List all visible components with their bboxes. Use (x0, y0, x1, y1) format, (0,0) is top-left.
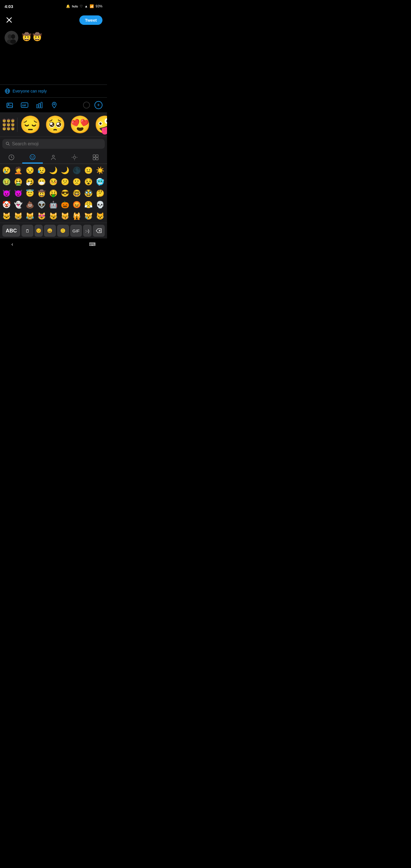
avatar (5, 31, 18, 44)
gif-icon[interactable]: GIF (20, 100, 30, 110)
add-tweet-button[interactable]: + (94, 101, 102, 109)
kaomoji-text-button[interactable]: :-) (83, 225, 92, 237)
emoji-cell[interactable]: 😸 (13, 211, 24, 222)
emoji-cell[interactable]: 🌑 (71, 165, 82, 176)
emoji-cell[interactable]: 🎃 (60, 199, 70, 210)
emoji-icon: 😊 (36, 228, 41, 233)
emoji-tab-symbols[interactable] (85, 151, 106, 164)
emoji-cell[interactable]: 💀 (95, 199, 105, 210)
emoji-search-input[interactable] (12, 141, 101, 147)
character-count-circle (83, 102, 90, 108)
bitmoji-button[interactable]: 😀 (44, 225, 56, 237)
emoji-cell[interactable]: 😽 (60, 211, 70, 222)
svg-point-19 (6, 142, 9, 145)
emoji-cell[interactable]: 😾 (95, 211, 105, 222)
nav-back-icon[interactable]: ‹ (11, 241, 13, 247)
emoji-cell[interactable]: 😐 (83, 165, 94, 176)
status-time: 4:03 (5, 4, 13, 9)
emoji-cell[interactable]: 🤓 (71, 188, 82, 199)
emoji-cell[interactable]: 🤖 (48, 199, 59, 210)
emoji-cell[interactable]: ☀️ (95, 165, 105, 176)
svg-rect-34 (96, 158, 98, 160)
emoji-cell[interactable]: 🤡 (1, 199, 12, 210)
svg-rect-32 (96, 155, 98, 157)
emoji-cell[interactable]: 🤑 (48, 188, 59, 199)
svg-rect-33 (93, 158, 95, 160)
abc-button[interactable]: ABC (2, 225, 20, 237)
emoji-cell[interactable]: 🤠 (36, 188, 47, 199)
recent-emoji-1[interactable]: 😔 (19, 115, 42, 135)
emoji-cell[interactable]: 🌙 (48, 165, 59, 176)
backspace-button[interactable] (93, 225, 105, 237)
emoji-cell[interactable]: 😿 (83, 211, 94, 222)
svg-rect-31 (93, 155, 95, 157)
emoji-cell[interactable]: 😹 (25, 211, 35, 222)
search-icon (6, 142, 10, 147)
emoji-cell[interactable]: 🙁 (71, 177, 82, 187)
image-icon[interactable] (5, 100, 15, 110)
emoji-cell[interactable]: 🤦 (13, 165, 24, 176)
battery-text: 93% (96, 4, 102, 8)
emoji-selector-button[interactable]: 😊 (35, 225, 43, 237)
emoji-cell[interactable]: 🤔 (95, 188, 105, 199)
status-icons: 🔔 hulu ♡ ▲ 📶 93% (66, 4, 102, 8)
svg-text:GIF: GIF (22, 104, 27, 107)
emoji-cell[interactable]: 🤢 (1, 177, 12, 187)
emoji-cell[interactable]: 😻 (36, 211, 47, 222)
gif-keyboard-label: GIF (72, 228, 80, 233)
emoji-cell[interactable]: 🌙 (60, 165, 70, 176)
emoji-cell[interactable]: 😈 (1, 188, 12, 199)
emoji-cell[interactable]: 😵 (83, 177, 94, 187)
emoji-cell[interactable]: 😷 (36, 177, 47, 187)
emoji-cell[interactable]: 🐱 (1, 211, 12, 222)
emoji-cell[interactable]: 🤧 (25, 177, 35, 187)
compose-content[interactable]: 🤠🤠 (22, 31, 102, 81)
emoji-category-tabs (0, 151, 107, 164)
emoji-cell[interactable]: 🥶 (95, 177, 105, 187)
close-button[interactable] (5, 16, 14, 25)
emoji-cell[interactable]: 😕 (60, 177, 70, 187)
kaomoji-button[interactable]: 🙃 (57, 225, 69, 237)
svg-point-3 (8, 34, 12, 39)
emoji-cell[interactable]: 😒 (25, 165, 35, 176)
keyboard-toggle-icon[interactable]: ⌨ (89, 242, 96, 247)
emoji-cell[interactable]: 😡 (71, 199, 82, 210)
emoji-cell[interactable]: 💩 (25, 199, 35, 210)
gif-keyboard-button[interactable]: GIF (70, 225, 82, 237)
recent-emoji-4[interactable]: 🤪 (93, 115, 107, 135)
svg-point-23 (31, 156, 32, 157)
kaomoji-icon: 🙃 (60, 228, 66, 233)
emoji-cell[interactable]: 😤 (83, 199, 94, 210)
emoji-cell[interactable]: 😎 (60, 188, 70, 199)
svg-point-8 (6, 89, 8, 93)
svg-rect-17 (41, 102, 42, 108)
emoji-tab-objects[interactable] (64, 151, 85, 164)
emoji-cell[interactable]: 🤒 (48, 177, 59, 187)
emoji-cell[interactable]: 👻 (13, 199, 24, 210)
tweet-button[interactable]: Tweet (80, 16, 102, 25)
reply-setting[interactable]: Everyone can reply (0, 85, 107, 98)
emoji-tab-people[interactable] (43, 151, 64, 164)
emoji-cell[interactable]: 👿 (13, 188, 24, 199)
emoji-cell[interactable]: 😼 (48, 211, 59, 222)
poll-icon[interactable] (34, 100, 44, 110)
status-bar: 4:03 🔔 hulu ♡ ▲ 📶 93% (0, 0, 107, 12)
sticker-button[interactable]: 🗒 (22, 225, 33, 237)
emoji-cell[interactable]: 🤮 (13, 177, 24, 187)
emoji-cell[interactable]: 👽 (36, 199, 47, 210)
recent-emoji-grid-preview[interactable]: 🤠🤠🤠 🤠🤠🤠 🤠🤠🤠 (1, 118, 16, 132)
emoji-cell[interactable]: 😢 (1, 165, 12, 176)
emoji-cell[interactable]: 🙀 (71, 211, 82, 222)
emoji-cell[interactable]: 😇 (25, 188, 35, 199)
emoji-cell[interactable]: 🥸 (83, 188, 94, 199)
svg-line-20 (8, 145, 9, 145)
emoji-tab-recent[interactable] (1, 151, 22, 164)
emoji-search-bar[interactable] (2, 139, 105, 149)
emoji-tab-smileys[interactable] (22, 151, 43, 164)
recent-emoji-2[interactable]: 🥺 (43, 115, 67, 135)
emoji-grid: 😢🤦😒😥🌙🌙🌑😐☀️🤢🤮🤧😷🤒😕🙁😵🥶😈👿😇🤠🤑😎🤓🥸🤔🤡👻💩👽🤖🎃😡😤💀🐱😸😹… (0, 164, 107, 223)
svg-point-22 (30, 154, 35, 160)
location-icon[interactable] (49, 100, 59, 110)
emoji-cell[interactable]: 😥 (36, 165, 47, 176)
recent-emoji-3[interactable]: 😍 (68, 115, 92, 135)
